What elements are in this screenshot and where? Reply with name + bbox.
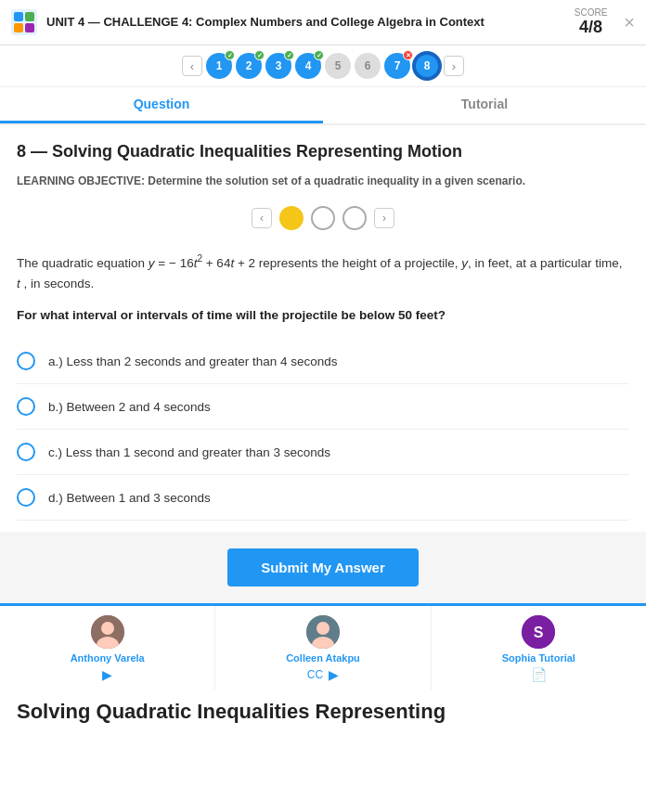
submit-area: Submit My Answer (0, 532, 646, 603)
unit-info: UNIT 4 — CHALLENGE 4: Complex Numbers an… (46, 15, 565, 31)
nav-next-arrow[interactable]: › (444, 56, 464, 76)
play-icon-colleen[interactable]: ▶ (329, 667, 339, 682)
answer-row-c[interactable]: c.) Less than 1 second and greater than … (17, 430, 629, 475)
radio-b[interactable] (17, 397, 35, 416)
radio-c[interactable] (17, 443, 35, 461)
learning-objective: LEARNING OBJECTIVE: Determine the soluti… (17, 173, 629, 189)
check-badge-1: ✓ (225, 50, 235, 60)
answer-choices: a.) Less than 2 seconds and greater than… (17, 339, 629, 521)
question-bubble-3[interactable]: 3 ✓ (265, 53, 291, 79)
step-next-arrow[interactable]: › (374, 208, 394, 228)
unit-title: UNIT 4 — CHALLENGE 4: Complex Numbers an… (46, 15, 565, 31)
captions-icon-colleen[interactable]: CC (307, 668, 323, 681)
step-prev-arrow[interactable]: ‹ (252, 208, 272, 228)
nav-prev-arrow[interactable]: ‹ (182, 56, 202, 76)
bottom-name-sophia: Sophia Tutorial (502, 652, 575, 664)
question-bold: For what interval or intervals of time w… (17, 308, 629, 322)
avatar-anthony (91, 615, 124, 649)
bottom-name-colleen: Colleen Atakpu (286, 652, 360, 664)
tab-tutorial[interactable]: Tutorial (323, 87, 646, 123)
avatar-sophia: S (522, 615, 555, 649)
question-bubble-2[interactable]: 2 ✓ (236, 53, 262, 79)
logo-icon (11, 9, 37, 35)
question-bubble-5[interactable]: 5 (325, 53, 351, 79)
score-value: 4/8 (575, 18, 608, 37)
svg-point-6 (101, 622, 114, 635)
question-paragraph: The quadratic equation y = − 16t2 + 64t … (17, 251, 629, 295)
step-navigation: ‹ › (17, 206, 629, 230)
tab-bar: Question Tutorial (0, 87, 646, 125)
radio-a[interactable] (17, 352, 35, 370)
bottom-item-colleen[interactable]: Colleen Atakpu CC ▶ (215, 606, 431, 690)
step-dot-2[interactable] (311, 206, 335, 230)
svg-rect-3 (14, 23, 23, 32)
answer-label-d: d.) Between 1 and 3 seconds (48, 491, 211, 505)
svg-rect-2 (25, 12, 34, 21)
svg-point-9 (317, 622, 329, 635)
bottom-item-sophia[interactable]: S Sophia Tutorial 📄 (432, 603, 646, 690)
check-badge-3: ✓ (284, 50, 294, 60)
bottom-icons-anthony: ▶ (102, 667, 112, 682)
answer-label-a: a.) Less than 2 seconds and greater than… (48, 354, 337, 368)
question-bubble-1[interactable]: 1 ✓ (206, 53, 232, 79)
bottom-icons-colleen: CC ▶ (307, 667, 339, 682)
peeking-title: Solving Quadratic Inequalities Represent… (17, 699, 629, 726)
play-icon-anthony[interactable]: ▶ (102, 667, 112, 682)
bottom-bar: Anthony Varela ▶ Colleen Atakpu CC ▶ S S… (0, 603, 646, 690)
bottom-name-anthony: Anthony Varela (71, 652, 145, 664)
radio-d[interactable] (17, 488, 35, 507)
question-bubble-4[interactable]: 4 ✓ (295, 53, 321, 79)
score-label: SCORE (575, 7, 608, 18)
learning-obj-text: Determine the solution set of a quadrati… (148, 174, 525, 187)
answer-label-c: c.) Less than 1 second and greater than … (48, 445, 330, 459)
svg-rect-4 (25, 23, 34, 32)
document-icon-sophia[interactable]: 📄 (531, 667, 547, 682)
answer-label-b: b.) Between 2 and 4 seconds (48, 400, 211, 414)
x-badge-7: ✕ (403, 50, 413, 60)
step-dot-1[interactable] (279, 206, 304, 230)
bottom-item-anthony[interactable]: Anthony Varela ▶ (0, 606, 215, 690)
question-bubble-8[interactable]: 8 (414, 53, 440, 79)
answer-row-b[interactable]: b.) Between 2 and 4 seconds (17, 384, 629, 430)
header: UNIT 4 — CHALLENGE 4: Complex Numbers an… (0, 0, 646, 45)
answer-row-d[interactable]: d.) Between 1 and 3 seconds (17, 475, 629, 521)
question-bubble-7[interactable]: 7 ✕ (384, 53, 410, 79)
answer-row-a[interactable]: a.) Less than 2 seconds and greater than… (17, 339, 629, 384)
tab-question[interactable]: Question (0, 87, 323, 123)
bottom-icons-sophia: 📄 (531, 667, 547, 682)
svg-text:S: S (534, 625, 544, 640)
main-content: 8 — Solving Quadratic Inequalities Repre… (0, 125, 646, 532)
check-badge-4: ✓ (314, 50, 324, 60)
submit-button[interactable]: Submit My Answer (227, 548, 419, 586)
peeking-section: Solving Quadratic Inequalities Represent… (0, 690, 646, 729)
avatar-colleen (306, 615, 340, 649)
check-badge-2: ✓ (254, 50, 265, 60)
learning-obj-prefix: LEARNING OBJECTIVE: (17, 174, 148, 187)
question-bubble-6[interactable]: 6 (355, 53, 381, 79)
svg-rect-1 (14, 12, 23, 21)
close-button[interactable]: × (624, 12, 635, 33)
step-dot-3[interactable] (342, 206, 367, 230)
section-title: 8 — Solving Quadratic Inequalities Repre… (17, 142, 629, 161)
score-display: SCORE 4/8 (575, 7, 608, 37)
question-nav: ‹ 1 ✓ 2 ✓ 3 ✓ 4 ✓ 5 6 7 ✕ 8 › (0, 45, 646, 87)
